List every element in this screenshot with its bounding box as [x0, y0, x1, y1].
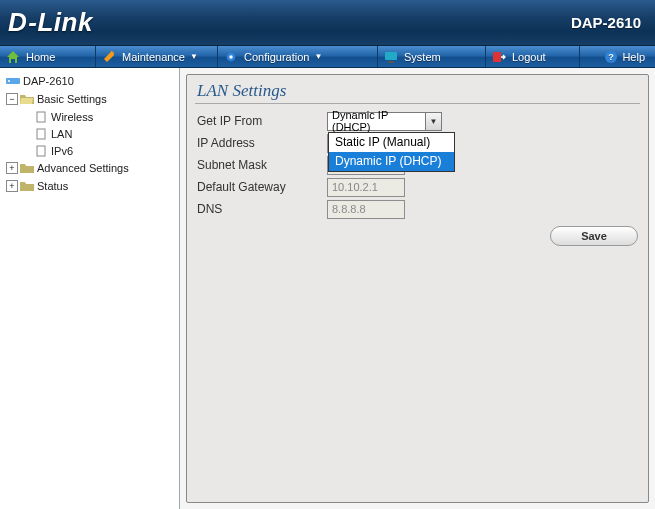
option-static-ip[interactable]: Static IP (Manual)	[329, 133, 454, 152]
svg-rect-9	[37, 112, 45, 122]
nav-home[interactable]: Home	[0, 46, 96, 67]
tree-basic-settings[interactable]: − Basic Settings	[4, 90, 179, 108]
page-title: LAN Settings	[187, 75, 648, 103]
tree-advanced-label: Advanced Settings	[37, 162, 129, 174]
tree-root[interactable]: DAP-2610	[4, 72, 179, 90]
label-ip-address: IP Address	[197, 136, 327, 150]
nav-system-label: System	[404, 51, 441, 63]
nav-logout-label: Logout	[512, 51, 546, 63]
home-icon	[6, 50, 20, 64]
logout-icon	[492, 50, 506, 64]
page-icon	[34, 145, 48, 157]
svg-point-8	[8, 80, 10, 82]
collapse-icon[interactable]: −	[6, 93, 18, 105]
top-navbar: Home Maintenance ▼ Configuration ▼ Syste…	[0, 46, 655, 68]
save-button[interactable]: Save	[550, 226, 638, 246]
save-row: Save	[197, 220, 638, 246]
sidebar-tree: DAP-2610 − Basic Settings Wireless LAN I…	[0, 68, 180, 509]
get-ip-selected-value: Dynamic IP (DHCP)	[328, 109, 425, 133]
label-dns: DNS	[197, 202, 327, 216]
content-panel: LAN Settings Get IP From Dynamic IP (DHC…	[186, 74, 649, 503]
row-dns: DNS	[197, 198, 638, 220]
header: DD-Link-Link DAP-2610	[0, 0, 655, 46]
divider	[195, 103, 640, 104]
chevron-down-icon: ▼	[314, 52, 322, 61]
nav-system[interactable]: System	[378, 46, 486, 67]
nav-maintenance[interactable]: Maintenance ▼	[96, 46, 218, 67]
tree-advanced-settings[interactable]: + Advanced Settings	[4, 159, 179, 177]
folder-icon	[20, 162, 34, 174]
dns-field[interactable]	[327, 200, 405, 219]
main-wrap: LAN Settings Get IP From Dynamic IP (DHC…	[180, 68, 655, 509]
folder-icon	[20, 180, 34, 192]
expand-icon[interactable]: +	[6, 162, 18, 174]
svg-text:?: ?	[609, 52, 615, 62]
gateway-field[interactable]	[327, 178, 405, 197]
tree-ipv6-label: IPv6	[51, 145, 73, 157]
row-gateway: Default Gateway	[197, 176, 638, 198]
wrench-icon	[102, 50, 116, 64]
tree-item-lan[interactable]: LAN	[4, 125, 179, 142]
brand-logo: DD-Link-Link	[8, 7, 93, 38]
nav-logout[interactable]: Logout	[486, 46, 580, 67]
system-icon	[384, 50, 398, 64]
tree-root-label: DAP-2610	[23, 75, 74, 87]
label-subnet: Subnet Mask	[197, 158, 327, 172]
svg-point-1	[229, 55, 232, 58]
chevron-down-icon: ▼	[190, 52, 198, 61]
svg-rect-2	[385, 52, 397, 60]
device-icon	[6, 75, 20, 87]
option-dynamic-ip[interactable]: Dynamic IP (DHCP)	[329, 152, 454, 171]
folder-open-icon	[20, 93, 34, 105]
svg-rect-10	[37, 129, 45, 139]
tree-item-wireless[interactable]: Wireless	[4, 108, 179, 125]
tree-status[interactable]: + Status	[4, 177, 179, 195]
get-ip-dropdown: Static IP (Manual) Dynamic IP (DHCP)	[328, 132, 455, 172]
expand-icon[interactable]: +	[6, 180, 18, 192]
model-label: DAP-2610	[571, 14, 641, 31]
chevron-down-icon[interactable]: ▼	[425, 113, 441, 130]
help-icon: ?	[604, 50, 618, 64]
get-ip-select[interactable]: Dynamic IP (DHCP) ▼ Static IP (Manual) D…	[327, 112, 442, 131]
page-icon	[34, 128, 48, 140]
row-get-ip: Get IP From Dynamic IP (DHCP) ▼ Static I…	[197, 110, 638, 132]
page-icon	[34, 111, 48, 123]
nav-help[interactable]: ? Help	[580, 46, 655, 67]
tree-item-ipv6[interactable]: IPv6	[4, 142, 179, 159]
svg-rect-3	[388, 61, 394, 63]
svg-rect-4	[493, 52, 501, 62]
label-get-ip: Get IP From	[197, 114, 327, 128]
nav-configuration[interactable]: Configuration ▼	[218, 46, 378, 67]
tree-lan-label: LAN	[51, 128, 72, 140]
body-container: DAP-2610 − Basic Settings Wireless LAN I…	[0, 68, 655, 509]
nav-home-label: Home	[26, 51, 55, 63]
nav-configuration-label: Configuration	[244, 51, 309, 63]
gear-icon	[224, 50, 238, 64]
label-gateway: Default Gateway	[197, 180, 327, 194]
tree-basic-label: Basic Settings	[37, 93, 107, 105]
nav-maintenance-label: Maintenance	[122, 51, 185, 63]
svg-rect-11	[37, 146, 45, 156]
tree-status-label: Status	[37, 180, 68, 192]
tree-wireless-label: Wireless	[51, 111, 93, 123]
nav-help-label: Help	[622, 51, 645, 63]
lan-form: Get IP From Dynamic IP (DHCP) ▼ Static I…	[187, 110, 648, 502]
